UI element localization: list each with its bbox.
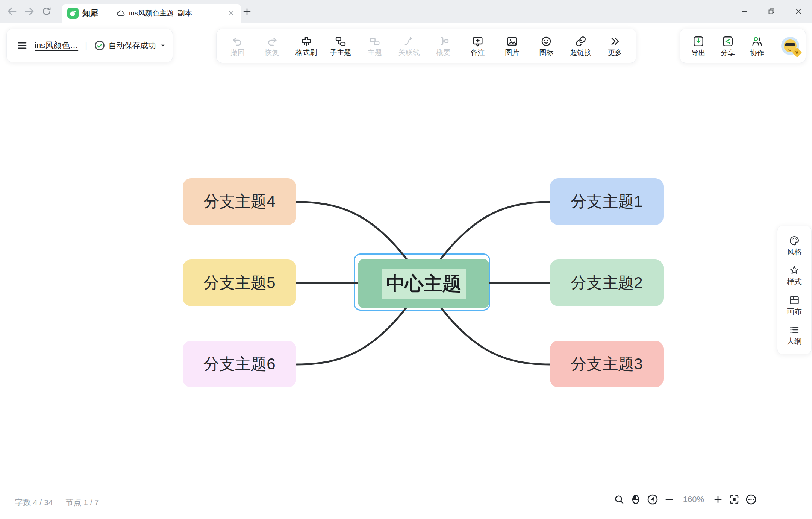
close-window-icon[interactable] <box>785 0 812 23</box>
relation-line-button[interactable]: 关联线 <box>392 36 426 56</box>
check-circle-icon <box>94 40 105 51</box>
toolbar-item-label: 图标 <box>539 49 553 56</box>
zoom-toolbar: 160% <box>614 492 757 507</box>
autosave-status[interactable]: 自动保存成功 <box>94 40 166 51</box>
more-button[interactable]: 更多 <box>598 36 632 56</box>
active-tab-title: ins风颜色主题_副本 <box>129 8 223 18</box>
branch-topic-label: 分支主题5 <box>203 272 275 293</box>
topic-button[interactable]: 主题 <box>358 36 391 56</box>
autosave-text: 自动保存成功 <box>109 40 156 51</box>
avatar[interactable]: V <box>781 37 799 55</box>
toolbar-item-label: 撤回 <box>230 49 245 56</box>
reload-icon[interactable] <box>41 5 53 17</box>
divider: | <box>85 41 87 50</box>
outline-list-icon <box>789 324 800 335</box>
hyperlink-button[interactable]: 超链接 <box>564 36 597 56</box>
branch-topic-label: 分支主题3 <box>571 354 642 375</box>
mouse-mode-icon[interactable] <box>630 494 641 505</box>
branch-topic-1-node[interactable]: 分支主题1 <box>550 178 664 225</box>
more-options-icon[interactable] <box>745 493 757 505</box>
toolbar-item-label: 关联线 <box>398 49 420 56</box>
toolbar-item-label: 格式刷 <box>295 49 317 56</box>
collab-button[interactable]: 协作 <box>742 35 772 56</box>
undo-icon <box>232 36 243 47</box>
active-tab[interactable]: ins风颜色主题_副本 <box>111 4 241 23</box>
panel-item-label: 样式 <box>787 278 802 285</box>
pinned-tab-label: 知犀 <box>82 8 98 18</box>
main-toolbar: 撤回 恢复 格式刷 子主题 主题 关联线 概要 备注 <box>216 29 636 63</box>
image-icon <box>506 36 518 47</box>
toolbar-item-label: 子主题 <box>330 49 351 56</box>
panel-item-node-style[interactable]: 样式 <box>777 260 811 290</box>
relation-line-icon <box>403 36 415 47</box>
share-icon <box>722 35 734 47</box>
summary-button[interactable]: 概要 <box>427 36 460 56</box>
zoom-out-icon[interactable] <box>664 494 674 505</box>
export-button[interactable]: 导出 <box>684 35 713 56</box>
restore-icon[interactable] <box>758 0 785 23</box>
panel-item-canvas[interactable]: 画布 <box>777 290 811 320</box>
format-painter-icon <box>301 36 312 47</box>
word-count: 字数 4 / 34 <box>15 497 53 508</box>
panel-item-label: 风格 <box>787 248 802 256</box>
locate-center-icon[interactable] <box>647 493 659 505</box>
emoji-button[interactable]: 图标 <box>530 36 563 56</box>
collab-label: 协作 <box>750 49 764 56</box>
divider <box>775 37 775 55</box>
new-tab-icon[interactable] <box>241 5 253 18</box>
center-topic-node[interactable]: 中心主题 <box>358 259 489 308</box>
hyperlink-icon <box>575 36 586 47</box>
more-chevrons-icon <box>609 36 621 47</box>
chevron-down-icon <box>159 42 166 49</box>
star-icon <box>789 265 800 276</box>
collab-icon <box>751 35 763 47</box>
branch-topic-label: 分支主题6 <box>203 354 275 375</box>
actions-card: 导出 分享 协作 V <box>680 29 806 63</box>
document-title[interactable]: ins风颜色… <box>35 40 78 51</box>
menu-icon[interactable] <box>17 40 28 51</box>
share-label: 分享 <box>721 49 735 56</box>
note-button[interactable]: 备注 <box>461 36 494 56</box>
branch-topic-6-node[interactable]: 分支主题6 <box>183 341 296 387</box>
branch-topic-label: 分支主题1 <box>571 191 642 212</box>
branch-topic-2-node[interactable]: 分支主题2 <box>550 260 664 306</box>
branch-topic-3-node[interactable]: 分支主题3 <box>550 341 664 387</box>
branch-topic-label: 分支主题2 <box>571 272 642 293</box>
toolbar-item-label: 概要 <box>436 49 451 56</box>
emoji-icon <box>541 36 552 47</box>
toolbar-item-label: 恢复 <box>265 49 279 56</box>
share-button[interactable]: 分享 <box>713 35 742 56</box>
toolbar-item-label: 更多 <box>608 49 622 56</box>
zoom-in-icon[interactable] <box>713 494 723 505</box>
side-panel: 风格 样式 画布 大纲 <box>777 226 812 354</box>
search-icon[interactable] <box>614 494 625 505</box>
status-counts: 字数 4 / 34 节点 1 / 7 <box>15 497 99 508</box>
note-icon <box>472 36 483 47</box>
format-painter-button[interactable]: 格式刷 <box>290 36 323 56</box>
toolbar-item-label: 图片 <box>505 49 519 56</box>
branch-topic-label: 分支主题4 <box>203 191 275 212</box>
panel-item-outline[interactable]: 大纲 <box>777 320 811 349</box>
minimize-icon[interactable] <box>731 0 758 23</box>
fit-screen-icon[interactable] <box>729 494 740 505</box>
close-tab-icon[interactable] <box>227 9 236 18</box>
app-window: 知犀 ins风颜色主题_副本 <box>0 0 812 519</box>
branch-topic-5-node[interactable]: 分支主题5 <box>183 260 296 306</box>
document-header-card: ins风颜色… | 自动保存成功 <box>6 29 173 62</box>
browser-tab-strip: 知犀 ins风颜色主题_副本 <box>0 0 812 23</box>
subtopic-button[interactable]: 子主题 <box>324 36 357 56</box>
branch-topic-4-node[interactable]: 分支主题4 <box>183 178 296 225</box>
cloud-icon <box>116 9 125 18</box>
zoom-level[interactable]: 160% <box>680 495 707 504</box>
image-button[interactable]: 图片 <box>495 36 529 56</box>
redo-button[interactable]: 恢复 <box>255 36 288 56</box>
redo-icon <box>266 36 277 47</box>
forward-icon[interactable] <box>23 5 35 17</box>
undo-button[interactable]: 撤回 <box>221 36 254 56</box>
panel-item-label: 大纲 <box>787 337 802 345</box>
back-icon[interactable] <box>6 5 18 17</box>
toolbar-item-label: 超链接 <box>570 49 591 56</box>
toolbar-item-label: 主题 <box>368 49 382 56</box>
subtopic-icon <box>335 36 346 47</box>
panel-item-style-theme[interactable]: 风格 <box>777 231 811 260</box>
